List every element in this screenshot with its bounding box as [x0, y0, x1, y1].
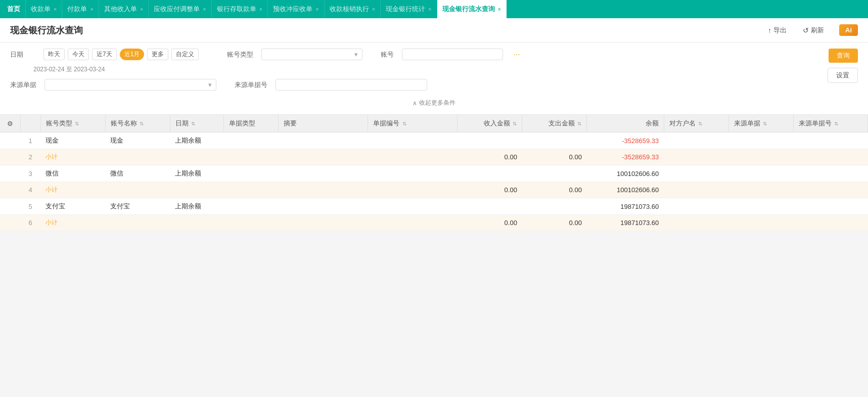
refresh-button[interactable]: ↺ 刷新: [798, 24, 829, 37]
nav-tab-0[interactable]: 收款单 ×: [26, 0, 62, 18]
cell-counterparty: [664, 149, 728, 165]
col-summary: 摘要: [278, 115, 368, 133]
account-dots-button[interactable]: ···: [511, 50, 522, 59]
cell-counterparty: [664, 198, 728, 215]
nav-tab-1[interactable]: 付款单 ×: [62, 0, 99, 18]
cell-doc-no: [368, 133, 458, 149]
col-source-doc[interactable]: 来源单据 ⇅: [728, 115, 793, 133]
close-icon-7[interactable]: ×: [428, 6, 431, 12]
cell-rownum: 5: [20, 198, 40, 215]
export-button[interactable]: ↑ 导出: [763, 24, 792, 37]
cell-doc-no: [368, 149, 458, 165]
table-header-row: ⚙ 账号类型 ⇅ 账号名称 ⇅ 日期 ⇅ 单据类型: [0, 115, 868, 133]
cell-doc-no: [368, 215, 458, 231]
cell-summary: [278, 198, 368, 215]
close-icon-0[interactable]: ×: [54, 6, 57, 12]
cell-doc-type: [224, 182, 279, 198]
nav-tab-6[interactable]: 收款核销执行 ×: [325, 0, 381, 18]
cell-source-doc-no: [793, 215, 867, 231]
account-label: 账号: [381, 50, 394, 59]
nav-tab-home[interactable]: 首页: [2, 0, 26, 18]
nav-tab-7[interactable]: 现金银行统计 ×: [381, 0, 437, 18]
header-actions: ↑ 导出 ↺ 刷新 Ai: [763, 24, 858, 37]
cell-settings: [0, 215, 20, 231]
source-doc-num-input[interactable]: [276, 79, 427, 91]
filter-row-2: 来源单据 ▾ 来源单据号: [10, 79, 828, 91]
col-account-name[interactable]: 账号名称 ⇅: [105, 115, 170, 133]
cell-source-doc-no: [793, 165, 867, 182]
cell-balance: 100102606.60: [587, 182, 664, 198]
nav-tab-8[interactable]: 现金银行流水查询 ×: [437, 0, 507, 18]
cell-account-name: [105, 215, 170, 231]
date-btn-more[interactable]: 更多: [147, 49, 168, 60]
settings-icon[interactable]: ⚙: [7, 120, 13, 127]
sort-icon-accounttype: ⇅: [75, 121, 79, 126]
date-btn-yesterday[interactable]: 昨天: [43, 49, 65, 60]
col-balance: 余额: [587, 115, 664, 133]
cell-balance: 100102606.60: [587, 165, 664, 182]
account-input[interactable]: [402, 49, 503, 60]
col-doc-no[interactable]: 单据编号 ⇅: [368, 115, 458, 133]
close-icon-4[interactable]: ×: [259, 6, 262, 12]
setting-button[interactable]: 设置: [828, 68, 858, 83]
close-icon-8[interactable]: ×: [498, 6, 501, 12]
close-icon-2[interactable]: ×: [140, 6, 143, 12]
col-expense[interactable]: 支出金额 ⇅: [522, 115, 587, 133]
account-type-select[interactable]: ▾: [261, 49, 362, 60]
chevron-down-icon-2: ▾: [208, 81, 212, 89]
cell-rownum: 2: [20, 149, 40, 165]
col-income[interactable]: 收入金额 ⇅: [458, 115, 522, 133]
top-navigation: 首页 收款单 × 付款单 × 其他收入单 × 应收应付调整单 × 银行存取款单 …: [0, 0, 868, 18]
sort-icon-counterparty: ⇅: [698, 121, 702, 126]
cell-income: 0.00: [458, 182, 522, 198]
cell-rownum: 3: [20, 165, 40, 182]
cell-account-type: 现金: [40, 133, 105, 149]
nav-tab-4[interactable]: 银行存取款单 ×: [212, 0, 268, 18]
date-btn-1month[interactable]: 近1月: [120, 49, 145, 60]
table-body: 1 现金 现金 上期余额 -3528659.33 2 小计 0.00 0.00 …: [0, 133, 868, 231]
date-btn-custom[interactable]: 自定义: [171, 49, 199, 60]
close-icon-6[interactable]: ×: [372, 6, 375, 12]
query-button[interactable]: 查询: [829, 49, 858, 63]
col-date[interactable]: 日期 ⇅: [170, 115, 223, 133]
cell-counterparty: [664, 133, 728, 149]
cell-date: [170, 149, 223, 165]
close-icon-5[interactable]: ×: [315, 6, 318, 12]
cell-summary: [278, 215, 368, 231]
ai-button[interactable]: Ai: [839, 24, 858, 36]
table-row: 1 现金 现金 上期余额 -3528659.33: [0, 133, 868, 149]
col-source-doc-no[interactable]: 来源单据号 ⇅: [793, 115, 867, 133]
col-counterparty[interactable]: 对方户名 ⇅: [664, 115, 728, 133]
date-range-text: 2023-02-24 至 2023-03-24: [33, 66, 105, 73]
source-doc-select[interactable]: ▾: [44, 79, 216, 91]
collapse-bar[interactable]: ∧ 收起更多条件: [10, 96, 858, 108]
cell-account-name: 现金: [105, 133, 170, 149]
source-doc-num-label: 来源单据号: [235, 80, 267, 90]
cell-account-type: 小计: [40, 215, 105, 231]
close-icon-1[interactable]: ×: [90, 6, 93, 12]
cell-source-doc-no: [793, 133, 867, 149]
sort-icon-expense: ⇅: [577, 121, 581, 126]
cell-rownum: 4: [20, 182, 40, 198]
sort-icon-sourcedoc: ⇅: [763, 121, 767, 126]
cell-source-doc-no: [793, 149, 867, 165]
cell-rownum: 1: [20, 133, 40, 149]
cell-balance: 19871073.60: [587, 215, 664, 231]
cell-summary: [278, 149, 368, 165]
filter-right: 查询 设置: [828, 49, 858, 83]
col-settings[interactable]: ⚙: [0, 115, 20, 133]
nav-tab-5[interactable]: 预收冲应收单 ×: [268, 0, 324, 18]
cell-balance: -3528659.33: [587, 149, 664, 165]
cell-income: [458, 133, 522, 149]
date-btn-today[interactable]: 今天: [68, 49, 89, 60]
cell-expense: [522, 198, 587, 215]
cell-doc-type: [224, 133, 279, 149]
date-btn-7days[interactable]: 近7天: [92, 49, 117, 60]
col-account-type[interactable]: 账号类型 ⇅: [40, 115, 105, 133]
cell-expense: [522, 133, 587, 149]
cell-expense: [522, 165, 587, 182]
close-icon-3[interactable]: ×: [203, 6, 206, 12]
filter-row-1: 日期 昨天 今天 近7天 近1月 更多 自定义 账号类型 ▾ 账号 ···: [10, 49, 828, 60]
nav-tab-3[interactable]: 应收应付调整单 ×: [149, 0, 211, 18]
nav-tab-2[interactable]: 其他收入单 ×: [99, 0, 149, 18]
